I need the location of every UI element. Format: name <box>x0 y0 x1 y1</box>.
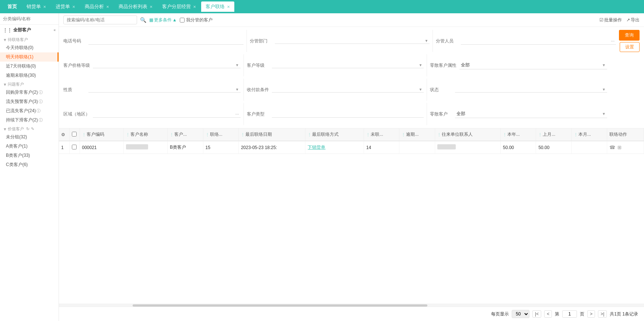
sidebar-item-churn-warning[interactable]: 流失预警客户(3) ⓘ <box>0 97 59 106</box>
td-contact-count: 15 <box>203 141 238 154</box>
td-last-method[interactable]: 下销货单 <box>305 141 364 154</box>
qr-icon[interactable]: ⊞ <box>617 145 622 150</box>
nature-select[interactable]: ▼ <box>88 87 241 93</box>
sidebar-item-tomorrow-pending[interactable]: 明天待联络(1) <box>0 52 59 62</box>
sidebar-item-a-class[interactable]: A类客户(1) <box>0 142 59 151</box>
customer-table: ⚙ ⋮客户编码 ⋮客户名称 ⋮客户... ⋮联络... ⋮最后联络日期 ⋮最后联… <box>59 128 644 154</box>
contact-icon[interactable]: ☎ <box>609 145 615 150</box>
page-label: 第 <box>555 311 559 317</box>
sidebar-search-input[interactable] <box>3 16 58 21</box>
last-page-button[interactable]: >| <box>598 310 607 318</box>
nav-customer-contact[interactable]: 客户联络 ✕ <box>201 1 234 12</box>
price-level-select[interactable]: ▼ <box>93 62 241 68</box>
divider <box>244 103 244 125</box>
department-label: 分管部门 <box>250 38 272 44</box>
th-contact-action[interactable]: 联络动作 <box>607 128 644 141</box>
edit-icon[interactable]: ✎ <box>31 127 34 131</box>
close-icon[interactable]: ✕ <box>43 5 46 9</box>
nav-product-analysis[interactable]: 商品分析 ✕ <box>80 1 113 12</box>
contact-method-link[interactable]: 下销货单 <box>308 145 325 150</box>
next-page-button[interactable]: > <box>587 310 595 318</box>
chevron-down-icon: ▼ <box>419 63 422 67</box>
customer-level-select[interactable]: ▼ <box>272 62 424 68</box>
query-button[interactable]: 查询 <box>619 30 640 41</box>
nav-sales-order[interactable]: 销货单 ✕ <box>22 1 50 12</box>
batch-ops-button[interactable]: ☑ 批量操作 <box>599 17 622 23</box>
td-checkbox[interactable] <box>69 141 80 154</box>
my-customers-checkbox[interactable] <box>180 18 185 23</box>
search-button[interactable]: 🔍 <box>140 17 146 23</box>
per-page-select[interactable]: 50 <box>512 310 529 318</box>
th-overdue[interactable]: ⋮逾期... <box>399 128 435 141</box>
close-icon[interactable]: ✕ <box>150 5 153 9</box>
th-customer-name[interactable]: ⋮客户名称 <box>123 128 167 141</box>
prev-page-button[interactable]: < <box>544 310 552 318</box>
department-select[interactable]: ▼ <box>275 38 430 44</box>
retail-customer-select[interactable]: 全部 ▼ <box>455 110 607 118</box>
more-icon[interactable]: ··· <box>611 38 615 44</box>
scrollbar-thumb[interactable] <box>133 304 427 307</box>
filter-payment: 收付款条件 ▼ <box>247 87 424 93</box>
filter-row-3: 性质 ▼ 收付款条件 ▼ 状态 ▼ <box>63 79 640 101</box>
price-level-label: 客户价格等级 <box>63 62 90 69</box>
th-this-year[interactable]: ⋮本年... <box>500 128 536 141</box>
chevron-up-icon: ▲ <box>172 17 177 23</box>
footer-pagination: 每页显示 50 |< < 第 页 > >| 共1页 1条记录 <box>59 307 644 321</box>
phone-input[interactable] <box>88 38 244 45</box>
sort-icon: ⋮ <box>574 132 578 137</box>
nav-home[interactable]: 首页 <box>3 1 21 12</box>
nav-product-analysis-list[interactable]: 商品分析列表 ✕ <box>114 1 157 12</box>
close-icon[interactable]: ✕ <box>193 5 196 9</box>
first-page-button[interactable]: |< <box>532 310 541 318</box>
th-uncontacted[interactable]: ⋮未联... <box>364 128 399 141</box>
sidebar-item-ungrouped[interactable]: 未分组(32) <box>0 132 59 142</box>
per-page-label: 每页显示 <box>491 311 509 317</box>
export-icon: ↗ <box>626 17 630 23</box>
setting-button[interactable]: 设置 <box>620 42 640 52</box>
th-last-contact-method[interactable]: ⋮最后联络方式 <box>305 128 364 141</box>
td-code: 000021 <box>80 141 123 154</box>
close-icon[interactable]: ✕ <box>106 5 109 9</box>
th-this-month[interactable]: ⋮本月... <box>571 128 607 141</box>
th-customer-code[interactable]: ⋮客户编码 <box>80 128 123 141</box>
status-select[interactable]: ▼ <box>455 87 607 93</box>
sidebar-item-today-pending[interactable]: 今天待联络(0) <box>0 43 59 52</box>
payment-select[interactable]: ▼ <box>272 87 424 93</box>
my-customers-checkbox-label[interactable]: 我分管的客户 <box>180 17 213 23</box>
sidebar-item-declining[interactable]: 持续下滑客户(2) ⓘ <box>0 115 59 125</box>
th-last-month[interactable]: ⋮上月... <box>536 128 571 141</box>
row-checkbox[interactable] <box>72 145 77 149</box>
chevron-down-icon: ▼ <box>235 87 239 92</box>
more-icon[interactable]: ··· <box>235 111 239 117</box>
horizontal-scrollbar[interactable] <box>59 304 644 307</box>
sidebar-item-c-class[interactable]: C类客户(6) <box>0 160 59 169</box>
more-filter-button[interactable]: ▦ 更多条件 ▲ <box>149 17 177 23</box>
th-contact-count[interactable]: ⋮联络... <box>203 128 238 141</box>
sidebar-item-7days-pending[interactable]: 近7天待联络(0) <box>0 62 59 71</box>
chevron-down-icon: ▼ <box>424 39 428 43</box>
refresh-icon[interactable]: ↻ <box>26 127 29 131</box>
customer-type-input[interactable] <box>272 111 424 118</box>
select-all-checkbox[interactable] <box>72 132 77 137</box>
settings-icon[interactable]: ⚙ <box>61 132 65 137</box>
nav-customer-segment[interactable]: 客户分层经营 ✕ <box>158 1 200 12</box>
retail-attr-select[interactable]: 全部 ▼ <box>459 61 607 69</box>
page-number-input[interactable] <box>562 310 577 318</box>
sidebar-item-churned[interactable]: 已流失客户(24) ⓘ <box>0 106 59 115</box>
th-checkbox[interactable] <box>69 128 80 141</box>
close-icon[interactable]: ✕ <box>72 5 75 9</box>
phone-label: 电话号码 <box>63 38 85 44</box>
sidebar-item-overdue-contact[interactable]: 逾期未联络(30) <box>0 71 59 80</box>
sidebar-item-abnormal-repurchase[interactable]: 回购异常客户(2) ⓘ <box>0 88 59 97</box>
search-input[interactable] <box>63 15 137 24</box>
th-settings[interactable]: ⚙ <box>59 128 69 141</box>
sidebar-item-b-class[interactable]: B类客户(33) <box>0 151 59 160</box>
th-last-contact-date[interactable]: ⋮最后联络日期 <box>238 128 305 141</box>
th-customer-type[interactable]: ⋮客户... <box>168 128 203 141</box>
nav-purchase-order[interactable]: 进货单 ✕ <box>51 1 80 12</box>
close-icon[interactable]: ✕ <box>227 5 230 9</box>
sidebar-all-customers[interactable]: ⋮⋮ 全部客户 « <box>0 25 59 35</box>
td-index: 1 <box>59 141 69 154</box>
th-unit-contact[interactable]: ⋮往来单位联系人 <box>435 128 500 141</box>
export-button[interactable]: ↗ 导出 <box>626 17 640 23</box>
